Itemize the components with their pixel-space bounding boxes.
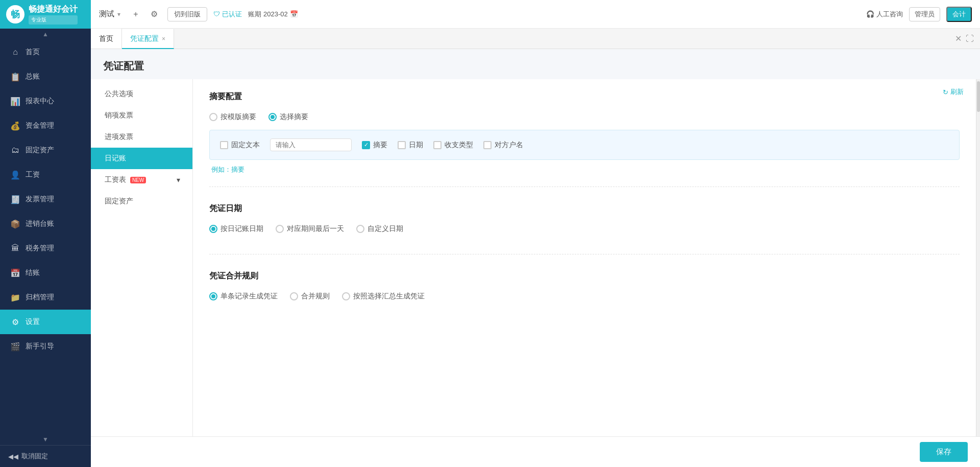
company-name: 测试 ▾ xyxy=(99,9,120,19)
radio-merge-rule-label: 合并规则 xyxy=(301,292,330,301)
sidebar-item-settings[interactable]: ⚙ 设置 xyxy=(0,310,91,334)
certified-badge: 🛡 已认证 xyxy=(213,10,242,19)
tab-home[interactable]: 首页 xyxy=(91,29,122,49)
radio-journal-circle xyxy=(209,225,217,233)
sidebar-label-cash: 资金管理 xyxy=(26,121,54,130)
sidebar-item-close[interactable]: 📅 结账 xyxy=(0,261,91,285)
close-tab-action[interactable]: ✕ xyxy=(955,34,962,43)
sidebar-item-invoice[interactable]: 🧾 发票管理 xyxy=(0,187,91,212)
summary-radio-template[interactable]: 按模版摘要 xyxy=(209,112,256,122)
close-period-icon: 📅 xyxy=(10,268,20,278)
radio-period-last-label: 对应期间最后一天 xyxy=(287,224,344,233)
period-info: 账期 2023-02 📅 xyxy=(248,10,298,19)
radio-select-merge-circle xyxy=(342,292,350,300)
scroll-up-arrow[interactable]: ▲ xyxy=(42,31,48,38)
radio-period-last-circle xyxy=(276,225,284,233)
left-nav-fixed-assets[interactable]: 固定资产 xyxy=(91,191,192,212)
radio-custom-label: 自定义日期 xyxy=(368,224,403,233)
sidebar-label-tax: 税务管理 xyxy=(26,244,54,253)
left-nav-journal[interactable]: 日记账 xyxy=(91,148,192,169)
calendar-icon[interactable]: 📅 xyxy=(290,10,298,18)
ledger-icon: 📋 xyxy=(10,72,20,82)
manager-button[interactable]: 管理员 xyxy=(909,7,940,21)
sidebar-item-purchase[interactable]: 📦 进销台账 xyxy=(0,212,91,236)
radio-select-label: 选择摘要 xyxy=(280,112,308,122)
merge-radio-single[interactable]: 单条记录生成凭证 xyxy=(209,292,278,301)
sidebar-item-archive[interactable]: 📁 归档管理 xyxy=(0,285,91,310)
guide-icon: 🎬 xyxy=(10,341,20,352)
sidebar: 畅 畅捷通好会计 专业版 ▲ ⌂ 首页 📋 总账 📊 报表中心 xyxy=(0,0,91,467)
left-nav-purchase-invoice[interactable]: 进项发票 xyxy=(91,126,192,148)
left-nav-public[interactable]: 公共选项 xyxy=(91,83,192,105)
tabbar-right: ✕ ⛶ xyxy=(949,29,980,49)
sidebar-item-tax[interactable]: 🏛 税务管理 xyxy=(0,236,91,261)
refresh-button[interactable]: ↻ 刷新 xyxy=(943,87,964,97)
save-button[interactable]: 保存 xyxy=(920,442,968,462)
checkbox-payment-type[interactable]: 收支类型 xyxy=(433,141,473,150)
company-dropdown-icon[interactable]: ▾ xyxy=(117,11,120,18)
sidebar-item-asset[interactable]: 🗂 固定资产 xyxy=(0,138,91,162)
left-nav-sales-invoice[interactable]: 销项发票 xyxy=(91,105,192,126)
sidebar-scroll-down[interactable]: ▼ xyxy=(0,434,91,445)
merge-radio-merge-rule[interactable]: 合并规则 xyxy=(290,292,330,301)
sidebar-item-report[interactable]: 📊 报表中心 xyxy=(0,89,91,113)
checkbox-fixed-text[interactable]: 固定文本 xyxy=(220,141,260,150)
sidebar-item-guide[interactable]: 🎬 新手引导 xyxy=(0,334,91,359)
logo-icon: 畅 xyxy=(6,5,24,24)
expand-tab-action[interactable]: ⛶ xyxy=(966,34,974,43)
sidebar-item-cash[interactable]: 💰 资金管理 xyxy=(0,113,91,138)
consult-button[interactable]: 🎧 人工咨询 xyxy=(866,10,903,19)
accountant-button[interactable]: 会计 xyxy=(946,7,972,22)
sidebar-label-home: 首页 xyxy=(26,48,40,57)
checkbox-date[interactable]: 日期 xyxy=(398,141,423,150)
tab-close-icon[interactable]: × xyxy=(162,35,165,42)
merge-radio-select-merge[interactable]: 按照选择汇总生成凭证 xyxy=(342,292,425,301)
checkbox-counterparty[interactable]: 对方户名 xyxy=(483,141,523,150)
date-radio-period-last[interactable]: 对应期间最后一天 xyxy=(276,224,344,233)
sidebar-item-payroll[interactable]: 👤 工资 xyxy=(0,162,91,187)
sidebar-label-purchase: 进销台账 xyxy=(26,219,54,228)
date-radio-custom[interactable]: 自定义日期 xyxy=(356,224,403,233)
left-nav-assets-label: 固定资产 xyxy=(105,197,133,206)
settings-button[interactable]: ⚙ xyxy=(147,7,161,21)
scrollbar-thumb[interactable] xyxy=(977,81,980,112)
asset-icon: 🗂 xyxy=(10,145,20,155)
company-name-text: 测试 xyxy=(99,9,114,19)
radio-merge-rule-circle xyxy=(290,292,298,300)
sidebar-item-home[interactable]: ⌂ 首页 xyxy=(0,40,91,64)
summary-radio-select[interactable]: 选择摘要 xyxy=(268,112,308,122)
checkbox-summary-label: 摘要 xyxy=(373,141,387,150)
example-value: 摘要 xyxy=(231,166,244,173)
checkbox-summary[interactable]: 摘要 xyxy=(362,141,387,150)
checkbox-date-label: 日期 xyxy=(409,141,423,150)
checkbox-payment-type-box xyxy=(433,141,442,149)
add-button[interactable]: + xyxy=(129,7,143,21)
cancel-fixed-btn[interactable]: ◀◀ 取消固定 xyxy=(8,452,83,461)
sidebar-scroll-up[interactable]: ▲ xyxy=(0,29,91,40)
scroll-down-arrow[interactable]: ▼ xyxy=(42,436,48,443)
sidebar-item-ledger[interactable]: 📋 总账 xyxy=(0,64,91,89)
right-scrollbar[interactable] xyxy=(976,79,980,436)
headset-icon: 🎧 xyxy=(866,10,874,18)
date-radio-journal[interactable]: 按日记账日期 xyxy=(209,224,263,233)
sidebar-label-payroll: 工资 xyxy=(26,170,40,179)
left-nav-public-label: 公共选项 xyxy=(105,89,133,99)
cancel-fixed-icon: ◀◀ xyxy=(8,453,18,460)
sidebar-label-settings: 设置 xyxy=(26,317,40,326)
period-value: 2023-02 xyxy=(263,10,288,18)
left-nav-payroll-label: 工资表 NEW xyxy=(105,175,146,184)
purchase-icon: 📦 xyxy=(10,219,20,229)
sidebar-logo: 畅 畅捷通好会计 专业版 xyxy=(0,0,91,29)
merge-radio-group: 单条记录生成凭证 合并规则 按照选择汇总生成凭证 xyxy=(209,292,960,301)
tabbar: 首页 凭证配置 × ✕ ⛶ xyxy=(91,29,980,49)
left-nav-payroll-sheet[interactable]: 工资表 NEW ▾ xyxy=(91,169,192,191)
checkbox-counterparty-box xyxy=(483,141,492,149)
payroll-icon: 👤 xyxy=(10,170,20,180)
report-icon: 📊 xyxy=(10,96,20,106)
tab-voucher-config[interactable]: 凭证配置 × xyxy=(122,29,174,49)
fixed-text-input[interactable] xyxy=(270,138,352,151)
tab-home-label: 首页 xyxy=(99,34,113,43)
switch-old-button[interactable]: 切到旧版 xyxy=(167,7,207,21)
bottom-bar: 保存 xyxy=(91,436,980,467)
tax-icon: 🏛 xyxy=(10,243,20,253)
